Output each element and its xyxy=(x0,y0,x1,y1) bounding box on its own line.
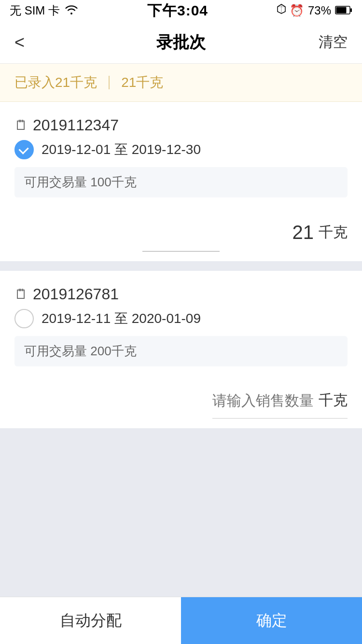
batch-2-doc-icon: 🗒 xyxy=(14,286,28,302)
confirm-button[interactable]: 确定 xyxy=(181,597,362,644)
batch-1-id: 2019112347 xyxy=(33,116,119,134)
nav-bar: < 录批次 清空 xyxy=(0,21,362,64)
svg-rect-2 xyxy=(350,8,352,12)
status-right: ⏰ 73% xyxy=(277,4,352,17)
info-divider xyxy=(109,76,110,89)
info-banner: 已录入21千克 21千克 xyxy=(0,64,362,102)
status-bar: 无 SIM 卡 下午3:04 ⏰ 73% xyxy=(0,0,362,21)
batch-2-unit: 千克 xyxy=(319,391,348,410)
batch-2-date: 2019-12-11 至 2020-01-09 xyxy=(42,309,201,328)
clear-button[interactable]: 清空 xyxy=(319,32,348,52)
section-divider xyxy=(0,261,362,271)
status-time: 下午3:04 xyxy=(147,1,208,21)
location-icon xyxy=(277,4,286,17)
batch-2-id: 2019126781 xyxy=(33,285,119,303)
batch-1-card: 🗒 2019112347 2019-12-01 至 2019-12-30 可用交… xyxy=(0,102,362,217)
batch-1-doc-icon: 🗒 xyxy=(14,117,28,133)
batch-1-amount-unit: 千克 xyxy=(319,223,348,242)
batch-2-input-section: 千克 xyxy=(0,386,362,428)
batch-1-header: 🗒 2019112347 xyxy=(14,116,348,134)
no-sim-text: 无 SIM 卡 xyxy=(10,3,60,18)
batch-2-header: 🗒 2019126781 xyxy=(14,285,348,303)
batch-2-radio[interactable] xyxy=(14,309,34,328)
info-value: 21千克 xyxy=(121,73,163,92)
auto-distribute-button[interactable]: 自动分配 xyxy=(0,597,181,644)
batch-2-card: 🗒 2019126781 2019-12-11 至 2020-01-09 可用交… xyxy=(0,271,362,386)
batch-2-underline xyxy=(212,418,348,419)
batch-2-date-row: 2019-12-11 至 2020-01-09 xyxy=(14,309,348,328)
back-button[interactable]: < xyxy=(14,32,43,53)
status-left: 无 SIM 卡 xyxy=(10,3,78,18)
content-area: 🗒 2019112347 2019-12-01 至 2019-12-30 可用交… xyxy=(0,102,362,644)
batch-1-amount-value: 21 xyxy=(292,222,314,243)
page-title: 录批次 xyxy=(156,31,206,54)
batch-2-qty-input[interactable] xyxy=(169,392,314,409)
bottom-bar: 自动分配 确定 xyxy=(0,597,362,644)
recorded-label: 已录入21千克 xyxy=(14,73,97,92)
batch-1-date-row: 2019-12-01 至 2019-12-30 xyxy=(14,140,348,159)
alarm-icon: ⏰ xyxy=(290,4,304,17)
batch-1-available-qty: 可用交易量 100千克 xyxy=(14,167,348,197)
wifi-icon xyxy=(65,4,78,17)
svg-rect-1 xyxy=(336,7,346,14)
batch-1-radio[interactable] xyxy=(14,140,34,159)
batch-2-available-qty: 可用交易量 200千克 xyxy=(14,336,348,366)
batch-1-date: 2019-12-01 至 2019-12-30 xyxy=(42,140,201,159)
batch-1-amount-section: 21 千克 xyxy=(0,217,362,261)
batch-1-amount-row: 21 千克 xyxy=(0,217,362,251)
battery-icon xyxy=(335,4,352,17)
batch-1-underline xyxy=(142,251,220,252)
battery-text: 73% xyxy=(308,4,331,17)
batch-2-input-row: 千克 xyxy=(0,386,362,418)
